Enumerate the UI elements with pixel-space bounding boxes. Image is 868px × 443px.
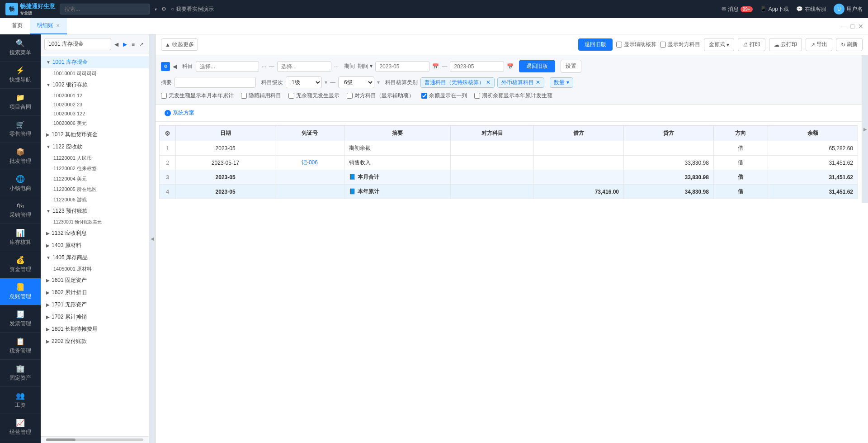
tag-normal[interactable]: 普通科目（无特殊核算） ✕ [420, 77, 495, 88]
tree-item-14050001[interactable]: 14050001 原材料 [41, 264, 149, 274]
sidebar-item-tax[interactable]: 📋 税务管理 [0, 333, 41, 360]
sidebar-item-inventory[interactable]: 📊 库存核算 [0, 224, 41, 251]
tab-close-icon[interactable]: ✕ [858, 23, 863, 30]
tree-item-10020006[interactable]: 10020006 美元 [41, 118, 149, 129]
tree-item-1801[interactable]: ▶ 1801 长期待摊费用 [41, 323, 149, 335]
expand-tree-icon[interactable]: ≡ [130, 40, 136, 49]
scheme-button[interactable]: i 系统方案 [161, 107, 198, 119]
tag-foreign[interactable]: 外币核算科目 ✕ [497, 77, 544, 88]
period-type-dropdown[interactable]: 期间 ▾ [358, 62, 373, 70]
search-button[interactable]: 退回旧版 [519, 60, 555, 72]
sidebar-item-report[interactable]: 📄 小畅报销 [0, 441, 41, 443]
checkbox-show-counter[interactable]: 对方科目（显示辅助项） [347, 92, 414, 100]
tab-home[interactable]: 首页 [5, 18, 30, 34]
online-service-button[interactable]: 💬 在线客服 [796, 5, 826, 13]
sidebar-item-quicknav[interactable]: ⚡ 快捷导航 [0, 62, 41, 89]
calendar-from-icon[interactable]: 📅 [432, 63, 439, 70]
subject-input[interactable] [196, 61, 259, 72]
checkbox-hide-aid[interactable]: 隐藏辅用科目 [241, 92, 281, 100]
show-counter-checkbox[interactable]: 显示对方科目 [660, 41, 700, 48]
tree-item-1002[interactable]: ▼ 1002 银行存款 [41, 79, 149, 91]
period-from-input[interactable] [375, 61, 429, 72]
tag-quantity[interactable]: 数量 ▾ [550, 77, 573, 88]
tree-item-1405[interactable]: ▼ 1405 库存商品 [41, 252, 149, 264]
user-menu[interactable]: U 用户名 [834, 4, 863, 14]
calendar-to-icon[interactable]: 📅 [507, 63, 514, 70]
search-input[interactable] [60, 4, 150, 14]
cloud-print-button[interactable]: ☁ 云打印 [769, 38, 802, 51]
checkbox-no-occur[interactable]: 无发生额显示本月本年累计 [161, 92, 234, 100]
collapse-more-button[interactable]: ▲ 收起更多 [161, 38, 198, 51]
sidebar-item-invoice[interactable]: 🧾 发票管理 [0, 305, 41, 333]
checkbox-one-col[interactable]: 余额显示在一列 [421, 92, 467, 100]
settings-button[interactable]: 设置 [561, 60, 581, 73]
tree-item-10020002[interactable]: 10020002 23 [41, 100, 149, 109]
tree-item-11220002[interactable]: 11220002 往来标签 [41, 163, 149, 174]
expand-right-panel-button[interactable]: ▶ [862, 55, 868, 203]
level-from-select[interactable]: 1级2级3级 [286, 76, 322, 88]
tree-item-11220005[interactable]: 11220005 所在地区 [41, 184, 149, 195]
tree-item-1132[interactable]: ▶ 1132 应收利息 [41, 227, 149, 239]
period-to-input[interactable] [450, 61, 504, 72]
export-button[interactable]: ↗ 导出 [806, 38, 832, 51]
tree-item-10020003[interactable]: 10020003 122 [41, 109, 149, 118]
tree-item-1001[interactable]: ▼ 1001 库存现金 [41, 56, 149, 68]
search-dropdown-icon[interactable]: ▾ [155, 7, 157, 12]
toggle-1701: ▶ [46, 302, 50, 307]
level-to-select[interactable]: 6级5级 [338, 76, 374, 88]
back-to-old-button[interactable]: 退回旧版 [578, 38, 613, 51]
tag-foreign-close-icon[interactable]: ✕ [536, 79, 540, 86]
tab-maximize-icon[interactable]: □ [851, 23, 854, 30]
sidebar-item-retail[interactable]: 🛒 零售管理 [0, 116, 41, 143]
query-settings-icon[interactable]: ⚙ [161, 62, 170, 71]
tree-item-11220006[interactable]: 11220006 游戏 [41, 195, 149, 205]
sidebar-item-purchase[interactable]: 🛍 采购管理 [0, 197, 41, 224]
table-settings-icon[interactable]: ⚙ [165, 130, 170, 137]
app-download-button[interactable]: 📱 App下载 [760, 5, 789, 13]
print-button[interactable]: 🖨 打印 [738, 38, 765, 51]
tag-normal-close-icon[interactable]: ✕ [486, 79, 491, 86]
sidebar-item-ecommerce[interactable]: 🌐 小畅电商 [0, 170, 41, 197]
demo-link[interactable]: ○ 我要看实例演示 [171, 5, 214, 13]
amount-format-button[interactable]: 金额式 ▾ [704, 38, 734, 51]
next-account-button[interactable]: ▶ [122, 40, 128, 49]
tree-item-1602[interactable]: ▶ 1602 累计折旧 [41, 286, 149, 299]
sidebar-item-payroll[interactable]: 👥 工资 [0, 387, 41, 414]
sidebar-item-finance[interactable]: 💰 资金管理 [0, 251, 41, 278]
collapse-tree-icon[interactable]: ↗ [138, 40, 145, 49]
collapse-query-btn[interactable]: ◀ [173, 63, 177, 70]
sidebar-item-wholesale[interactable]: 📦 批发管理 [0, 143, 41, 170]
checkbox-show-ytd[interactable]: 期初余额显示本年累计发生额 [474, 92, 552, 100]
subject-end-input[interactable] [277, 61, 331, 72]
tree-item-1601[interactable]: ▶ 1601 固定资产 [41, 274, 149, 286]
sidebar-item-search[interactable]: 🔍 搜索菜单 [0, 34, 41, 62]
sidebar-item-assets[interactable]: 🏢 固定资产 [0, 360, 41, 387]
show-aux-checkbox[interactable]: 显示辅助核算 [616, 41, 656, 48]
collapse-left-panel-button[interactable]: ◀ [149, 34, 156, 443]
tree-item-11220001[interactable]: 11220001 人民币 [41, 153, 149, 163]
prev-account-button[interactable]: ◀ [113, 40, 120, 49]
sidebar-item-project[interactable]: 📁 项目合同 [0, 89, 41, 116]
tab-close-detail[interactable]: ✕ [56, 23, 60, 28]
checkbox-no-balance[interactable]: 无余额无发生显示 [288, 92, 340, 100]
message-button[interactable]: ✉ 消息 99+ [722, 5, 753, 13]
tree-item-11230001[interactable]: 11230001 预付账款美元 [41, 217, 149, 227]
tab-minimize-icon[interactable]: — [841, 23, 847, 30]
tree-item-1122[interactable]: ▼ 1122 应收款 [41, 141, 149, 153]
tree-item-10020001[interactable]: 10020001 12 [41, 91, 149, 100]
tree-item-11220004[interactable]: 11220004 美元 [41, 174, 149, 184]
tab-detail[interactable]: 明细账 ✕ [30, 18, 67, 34]
tree-item-1701[interactable]: ▶ 1701 无形资产 [41, 299, 149, 311]
tree-item-1702[interactable]: ▶ 1702 累计摊销 [41, 311, 149, 323]
sidebar-item-operations[interactable]: 📈 经营管理 [0, 414, 41, 441]
sidebar-item-ledger[interactable]: 📒 总账管理 [0, 278, 41, 305]
tree-item-10010001[interactable]: 10010001 司司司司 [41, 68, 149, 79]
tree-item-1403[interactable]: ▶ 1403 原材料 [41, 239, 149, 252]
refresh-button[interactable]: ↻ 刷新 [836, 38, 863, 51]
voucher-link-2[interactable]: 记-006 [302, 159, 318, 166]
tree-item-1012[interactable]: ▶ 1012 其他货币资金 [41, 129, 149, 141]
tree-item-1123[interactable]: ▼ 1123 预付账款 [41, 205, 149, 217]
settings-icon[interactable]: ⚙ [161, 6, 166, 12]
summary-input[interactable] [175, 77, 256, 88]
tree-item-2202[interactable]: ▶ 2202 应付账款 [41, 335, 149, 348]
